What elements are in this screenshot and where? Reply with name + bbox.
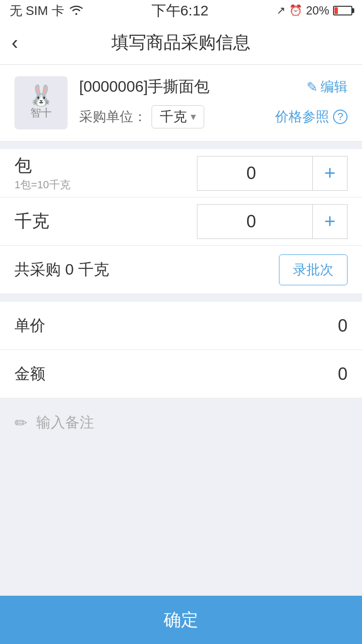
unit-value: 千克	[160, 108, 187, 126]
back-button[interactable]: ‹	[12, 32, 18, 54]
status-left: 无 SIM 卡	[10, 2, 84, 19]
price-ref-button[interactable]: 价格参照 ?	[275, 108, 348, 126]
confirm-label: 确定	[164, 608, 198, 632]
product-name-row: [0000006]手撕面包 ✎ 编辑	[79, 76, 348, 98]
price-label: 单价	[14, 315, 45, 336]
unit-dropdown[interactable]: 千克 ▾	[152, 105, 204, 128]
edit-icon: ✎	[306, 79, 318, 95]
battery-icon	[333, 6, 352, 15]
input-section: 包 1包=10千克 + 千克 +	[0, 149, 362, 246]
kg-input-row: 千克 +	[0, 197, 362, 246]
owl-label: 智十	[30, 106, 52, 120]
bag-sublabel: 1包=10千克	[14, 178, 72, 192]
kg-field-group: +	[197, 204, 348, 239]
bag-input[interactable]	[197, 156, 313, 191]
carrier-text: 无 SIM 卡	[10, 2, 64, 19]
bag-input-row: 包 1包=10千克 +	[0, 149, 362, 197]
kg-label: 千克	[14, 210, 72, 233]
remark-section[interactable]: ✏ 输入备注	[0, 398, 362, 485]
bag-label-group: 包 1包=10千克	[14, 154, 72, 192]
product-name: [0000006]手撕面包	[79, 76, 209, 98]
wifi-icon	[69, 3, 84, 18]
summary-row: 共采购 0 千克 录批次	[0, 246, 362, 294]
kg-label-group: 千克	[14, 210, 72, 233]
unit-label: 采购单位：	[79, 108, 147, 126]
location-icon: ↗	[277, 4, 285, 17]
value-section: 单价 0 金额 0	[0, 302, 362, 398]
status-right: ↗ ⏰ 20%	[277, 4, 352, 17]
status-bar: 无 SIM 卡 下午6:12 ↗ ⏰ 20%	[0, 0, 362, 21]
product-thumbnail: 🐰 智十	[14, 76, 68, 129]
chevron-down-icon: ▾	[191, 111, 196, 123]
product-card: 🐰 智十 [0000006]手撕面包 ✎ 编辑 采购单位： 千克 ▾	[0, 65, 362, 141]
section-divider-2	[0, 294, 362, 302]
owl-icon: 🐰	[28, 85, 54, 106]
status-time: 下午6:12	[152, 1, 209, 21]
remark-inner: ✏ 输入备注	[14, 413, 348, 433]
bag-label: 包	[14, 154, 72, 178]
kg-plus-button[interactable]: +	[313, 204, 348, 239]
bag-field-group: +	[197, 156, 348, 191]
remark-placeholder: 输入备注	[36, 413, 94, 433]
section-divider-1	[0, 141, 362, 149]
battery-text: 20%	[306, 4, 329, 17]
alarm-icon: ⏰	[289, 4, 302, 17]
pencil-icon: ✏	[14, 414, 28, 432]
bag-plus-button[interactable]: +	[313, 156, 348, 191]
product-info: [0000006]手撕面包 ✎ 编辑 采购单位： 千克 ▾ 价格参照 ?	[79, 76, 348, 128]
confirm-bar[interactable]: 确定	[0, 596, 362, 644]
unit-selector-group: 采购单位： 千克 ▾	[79, 105, 204, 128]
price-ref-label: 价格参照	[275, 108, 329, 126]
product-unit-row: 采购单位： 千克 ▾ 价格参照 ?	[79, 105, 348, 128]
price-value: 0	[338, 316, 348, 336]
price-row: 单价 0	[0, 302, 362, 350]
nav-bar: ‹ 填写商品采购信息	[0, 21, 362, 65]
edit-button[interactable]: ✎ 编辑	[306, 78, 348, 96]
amount-row: 金额 0	[0, 350, 362, 398]
amount-label: 金额	[14, 364, 45, 385]
batch-button[interactable]: 录批次	[279, 254, 348, 285]
info-icon: ?	[333, 110, 348, 124]
page-title: 填写商品采购信息	[111, 31, 251, 55]
summary-text: 共采购 0 千克	[14, 259, 109, 280]
amount-value: 0	[338, 364, 348, 384]
edit-label: 编辑	[320, 78, 348, 96]
kg-input[interactable]	[197, 204, 313, 239]
